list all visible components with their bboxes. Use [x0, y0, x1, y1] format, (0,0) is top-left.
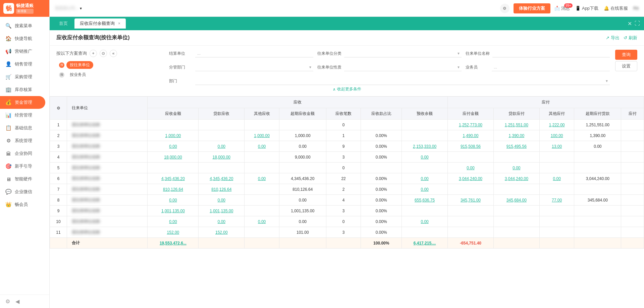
settings-footer-icon[interactable]: ⚙	[5, 298, 10, 305]
th-ar-advance: 预收余额	[402, 108, 448, 120]
th-settings[interactable]: ⚙	[50, 97, 67, 120]
dept-input[interactable]: ▾	[195, 63, 313, 71]
salesperson-input[interactable]: ...	[492, 63, 610, 71]
filter-collapse-button[interactable]: «	[110, 50, 117, 57]
total-ap-overdue	[574, 238, 621, 249]
total-ar-other	[245, 238, 279, 249]
user-info[interactable]: Rit	[633, 6, 639, 11]
filter-row-2: 分管部门 ▾ 往来单位性质 ▾ 业务员	[169, 63, 610, 71]
breadcrumb-dropdown-icon[interactable]: ▾	[80, 6, 82, 11]
filter-row-3: 部门 ▾	[169, 77, 610, 85]
th-ar-count: 应收笔数	[326, 108, 361, 120]
tab-close-icon[interactable]: ×	[118, 21, 120, 26]
dept2-label: 部门	[169, 78, 193, 84]
table-row: 1某往来单位名称01,252,773.001,251,551.001,222.0…	[50, 120, 644, 130]
filter-field-nature: 往来单位性质 ▾	[317, 63, 462, 71]
total-row: 合计 19,553,472,6... 100.00% 6,417,215....…	[50, 238, 644, 249]
sidebar-item-sales[interactable]: 👤 销售管理	[0, 58, 49, 71]
settlement-unit-input[interactable]: ...	[195, 50, 313, 57]
th-ar-other: 其他应收	[245, 108, 279, 120]
data-table: ⚙ 往来单位 应收 应付 应收金额 贷款应收 其他应收 超期应收金额 应收笔数 …	[50, 96, 644, 249]
filter-label: 按以下方案查询	[56, 50, 87, 56]
table-row: 7某往来单位名称810,126.64810,126.64810,126.6420…	[50, 184, 644, 195]
top-header: 某某某公司... ▾ ⚙ 体验行业方案 📩 消息 99+ 📱 App下载 🔔 在…	[50, 0, 644, 17]
total-ap-loan	[493, 238, 539, 249]
sidebar-item-purchase[interactable]: 🛒 采购管理	[0, 71, 49, 83]
sidebar-item-inventory[interactable]: 🏢 库存核算	[0, 83, 49, 96]
scheme1-icon: 按	[59, 62, 64, 68]
tab-ar-query[interactable]: 应收应付余额查询 ×	[74, 18, 126, 29]
collapse-icon: ∧	[333, 87, 336, 92]
total-ar-amount[interactable]: 19,553,472,6...	[148, 238, 199, 249]
filter-top: 按以下方案查询 + ⊙ «	[56, 50, 164, 57]
refresh-icon: ↺	[624, 35, 627, 40]
export-button[interactable]: ↗ 导出	[606, 35, 620, 41]
solution-button[interactable]: 体验行业方案	[514, 3, 550, 13]
sidebar-item-guide[interactable]: 🎯 新手引导	[0, 160, 49, 173]
table-row: 8某往来单位名称0.000.000.0040.00%655,636.75345,…	[50, 195, 644, 206]
filter-field-category: 往来单位分类 ▾	[317, 50, 462, 57]
page-container: 应收应付余额查询(按往来单位) ↗ 导出 ↺ 刷新 按以下方案查询 +	[50, 30, 644, 308]
th-ap-amount: 应付金额	[448, 108, 494, 120]
filter-add-button[interactable]: +	[90, 50, 97, 57]
total-ap-other	[539, 238, 574, 249]
window-expand-icon[interactable]: ⛶	[635, 20, 640, 27]
header-actions: 📩 消息 99+ 📱 App下载 🔔 在线客服 Rit	[554, 5, 639, 11]
sidebar-item-basicinfo[interactable]: 📋 基础信息	[0, 122, 49, 134]
scheme1-tag[interactable]: 按往来单位	[66, 61, 93, 69]
sidebar-item-member[interactable]: 👑 畅会员	[0, 198, 49, 211]
setting-button[interactable]: 设置	[615, 61, 637, 71]
table-row: 9某往来单位名称1,001,135.001,001,135.001,001,13…	[50, 206, 644, 216]
th-ar-loan: 贷款应收	[199, 108, 245, 120]
collapse-footer-icon[interactable]: ◀	[15, 298, 19, 305]
dept2-input[interactable]: ▾	[195, 77, 610, 85]
table-row: 11某往来单位名称152.00152.00101.0030.00%	[50, 227, 644, 238]
page-header: 应收应付余额查询(按往来单位) ↗ 导出 ↺ 刷新	[50, 30, 644, 46]
header-gear-button[interactable]: ⚙	[500, 4, 509, 13]
table-row: 3某往来单位名称0.000.000.000.0090.00%2,153,333.…	[50, 141, 644, 152]
th-group-ap: 应付	[448, 97, 644, 108]
sidebar-item-operations[interactable]: 📊 经营管理	[0, 109, 49, 122]
filter-scheme-button[interactable]: ⊙	[100, 50, 107, 57]
query-button[interactable]: 查询	[615, 50, 637, 60]
notification-button[interactable]: 📩 消息 99+	[554, 5, 570, 11]
sidebar-item-search[interactable]: 🔍 搜索菜单	[0, 19, 49, 32]
counterparty-name-label: 往来单位名称	[466, 51, 490, 56]
total-ar-overdue	[279, 238, 326, 249]
counterparty-category-label: 往来单位分类	[317, 51, 341, 56]
th-ar-overdue: 超期应收金额	[279, 108, 326, 120]
bell-icon: 📩	[554, 6, 560, 11]
refresh-button[interactable]: ↺ 刷新	[624, 35, 637, 41]
table-row: 4某往来单位名称18,000.0018,000.009,000.0030.00%…	[50, 152, 644, 163]
export-icon: ↗	[606, 35, 609, 40]
counterparty-name-input[interactable]	[492, 50, 610, 57]
home-icon: 🏠	[5, 36, 11, 42]
sidebar: 畅 畅捷通账 标准版 🔍 搜索菜单 🏠 快捷导航 📢 营销推广 👤 销售管理 🛒…	[0, 0, 50, 308]
sidebar-item-quicknav[interactable]: 🏠 快捷导航	[0, 32, 49, 45]
online-service-button[interactable]: 🔔 在线客服	[604, 5, 628, 11]
scheme2-icon: 按	[59, 72, 64, 78]
page-header-actions: ↗ 导出 ↺ 刷新	[606, 35, 637, 41]
th-counterparty: 往来单位	[67, 97, 148, 120]
sidebar-item-marketing[interactable]: 📢 营销推广	[0, 45, 49, 58]
collapse-more-button[interactable]: ∧ 收起更多条件	[333, 86, 361, 92]
sidebar-item-enterprise[interactable]: 🏛 企业协同	[0, 147, 49, 160]
counterparty-category-input[interactable]: ▾	[344, 50, 462, 57]
total-ar-advance[interactable]: 6,417,215....	[402, 238, 448, 249]
tab-home[interactable]: 首页	[54, 18, 73, 29]
nature-input[interactable]: ▾	[344, 63, 462, 71]
scheme2-tag[interactable]: 按业务员	[66, 71, 89, 79]
settlement-unit-label: 结算单位	[169, 51, 193, 56]
salesperson-label: 业务员	[466, 64, 489, 70]
sidebar-item-hardware[interactable]: 🖥 智能硬件	[0, 173, 49, 185]
header-breadcrumb: 某某某公司... ▾	[55, 5, 496, 11]
th-ar-ratio: 应收款占比	[361, 108, 402, 120]
logo-icon: 畅	[3, 3, 14, 14]
sidebar-item-wechat[interactable]: 💬 企业微信	[0, 185, 49, 198]
app-download-button[interactable]: 📱 App下载	[575, 5, 598, 11]
sidebar-item-system[interactable]: ⚙ 系统管理	[0, 134, 49, 147]
window-close-icon[interactable]: ✕	[628, 20, 632, 27]
basicinfo-icon: 📋	[5, 125, 11, 131]
sidebar-item-capital[interactable]: 💰 资金管理	[0, 96, 45, 109]
guide-icon: 🎯	[5, 163, 11, 169]
